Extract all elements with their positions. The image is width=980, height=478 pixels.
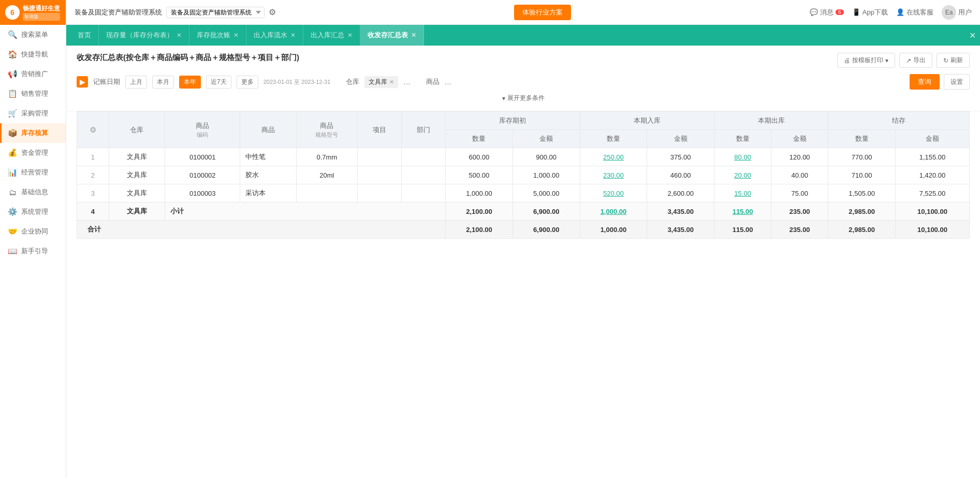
date-last-month-btn[interactable]: 上月 [125, 76, 147, 89]
th-out-qty: 数量 [714, 130, 771, 148]
operations-icon: 📊 [8, 168, 17, 177]
tab-inout-flow-close[interactable]: ✕ [290, 32, 296, 39]
row-out-qty[interactable]: 15.00 [714, 184, 771, 202]
row-in-qty[interactable]: 520.00 [580, 184, 647, 202]
row-in-qty[interactable]: 230.00 [580, 166, 647, 184]
tab-inout-flow-label: 出入库流水 [254, 31, 287, 40]
th-opening-amt: 金额 [513, 130, 580, 148]
sidebar-item-marketing[interactable]: 📢 营销推广 [0, 64, 66, 84]
tab-inout-summary-close[interactable]: ✕ [347, 32, 353, 39]
messages-button[interactable]: 💬 消息 6 [810, 8, 844, 17]
row-closing-qty: 1,505.00 [828, 184, 896, 202]
row-no: 3 [77, 184, 109, 202]
row-closing-qty: 710.00 [828, 166, 896, 184]
row-out-qty[interactable]: 80.00 [714, 148, 771, 166]
sidebar-item-sales[interactable]: 📋 销售管理 [0, 84, 66, 104]
row-project [357, 184, 401, 202]
sidebar-item-label: 系统管理 [21, 207, 48, 216]
date-more-btn[interactable]: 更多 [237, 76, 258, 89]
refresh-button[interactable]: ↻ 刷新 [937, 53, 970, 68]
warehouse-filter-label: 仓库 [346, 77, 359, 86]
sidebar-item-quick-nav[interactable]: 🏠 快捷导航 [0, 45, 66, 64]
gear-icon[interactable]: ⚙ [269, 7, 276, 17]
sidebar-item-guide[interactable]: 📖 新手引导 [0, 241, 66, 261]
online-service-button[interactable]: 👤 在线客服 [896, 8, 933, 17]
column-settings-button[interactable]: 设置 [944, 74, 970, 90]
th-settings[interactable]: ⚙ [77, 112, 109, 148]
print-button[interactable]: 🖨 按模板打印 ▾ [837, 53, 895, 68]
th-warehouse: 仓库 [109, 112, 165, 148]
row-spec [296, 184, 357, 202]
th-in-amt: 金额 [647, 130, 714, 148]
data-table: ⚙ 仓库 商品编码 商品 商品规格型号 项目 部门 库存期初 本期入库 本期出库… [77, 111, 970, 239]
row-code: 0100003 [165, 184, 240, 202]
inventory-icon: 📦 [8, 128, 17, 138]
try-industry-button[interactable]: 体验行业方案 [514, 5, 571, 20]
system-select[interactable]: 装备及固定资产辅助管理系统 [166, 7, 265, 18]
sidebar-item-purchase[interactable]: 🛒 采购管理 [0, 104, 66, 123]
tab-home[interactable]: 首页 [70, 25, 99, 46]
subtotal-in-qty[interactable]: 1,000.00 [580, 202, 647, 221]
subtotal-closing-qty: 2,985.00 [828, 202, 896, 221]
total-in-amt: 3,435.00 [647, 221, 714, 239]
th-out-amt: 金额 [771, 130, 828, 148]
warehouse-more-icon[interactable]: ... [403, 77, 410, 86]
row-opening-amt: 900.00 [513, 148, 580, 166]
sidebar-item-finance[interactable]: 💰 资金管理 [0, 143, 66, 163]
warehouse-tag-close[interactable]: ✕ [389, 79, 394, 85]
close-all-tabs-button[interactable]: ✕ [969, 31, 976, 40]
tabbar: 首页 现存量（库存分布表） ✕ 库存批次账 ✕ 出入库流水 ✕ 出入库汇总 ✕ … [66, 25, 980, 46]
total-closing-qty: 2,985.00 [828, 221, 896, 239]
page-content: 收发存汇总表(按仓库＋商品编码＋商品＋规格型号＋项目＋部门) 🖨 按模板打印 ▾… [66, 46, 980, 478]
tab-stock-dist-close[interactable]: ✕ [177, 32, 182, 39]
expand-conditions-button[interactable]: ▾ 展开更多条件 [77, 90, 970, 107]
th-out-group: 本期出库 [714, 112, 828, 130]
page-title: 收发存汇总表(按仓库＋商品编码＋商品＋规格型号＋项目＋部门) [77, 53, 299, 63]
filter-toggle-button[interactable]: ▶ [77, 76, 88, 88]
refresh-label: 刷新 [950, 56, 963, 65]
table-settings-icon[interactable]: ⚙ [90, 125, 96, 134]
tab-inout-flow[interactable]: 出入库流水 ✕ [246, 25, 303, 46]
user-menu-button[interactable]: Ea 用户 [942, 5, 972, 20]
tab-stock-dist[interactable]: 现存量（库存分布表） ✕ [99, 25, 189, 46]
subtotal-opening-amt: 6,900.00 [513, 202, 580, 221]
topbar-left: 装备及固定资产辅助管理系统 装备及固定资产辅助管理系统 ⚙ [75, 7, 276, 18]
export-icon: ↗ [906, 57, 911, 64]
subtotal-out-qty[interactable]: 115.00 [714, 202, 771, 221]
sidebar-logo: 6 畅捷通好生意 标准版 [0, 0, 66, 25]
export-button[interactable]: ↗ 导出 [899, 53, 932, 68]
row-warehouse: 文具库 [109, 184, 165, 202]
row-closing-amt: 1,420.00 [896, 166, 970, 184]
sidebar-item-basic[interactable]: 🗂 基础信息 [0, 182, 66, 202]
app-download-button[interactable]: 📱 App下载 [852, 8, 888, 17]
sidebar-item-inventory[interactable]: 📦 库存核算 [0, 123, 66, 143]
row-out-amt: 40.00 [771, 166, 828, 184]
row-out-qty[interactable]: 20.00 [714, 166, 771, 184]
avatar: Ea [942, 5, 956, 20]
sidebar-item-system[interactable]: ⚙️ 系统管理 [0, 202, 66, 222]
tab-inout-summary[interactable]: 出入库汇总 ✕ [303, 25, 360, 46]
sidebar-item-operations[interactable]: 📊 经营管理 [0, 163, 66, 182]
row-in-amt: 2,600.00 [647, 184, 714, 202]
row-out-amt: 120.00 [771, 148, 828, 166]
tab-home-label: 首页 [78, 31, 91, 40]
th-project: 项目 [357, 112, 401, 148]
tab-batch-close[interactable]: ✕ [233, 32, 239, 39]
row-opening-qty: 1,000.00 [446, 184, 513, 202]
tab-batch-label: 库存批次账 [197, 31, 230, 40]
row-in-qty[interactable]: 250.00 [580, 148, 647, 166]
tab-recv-send-close[interactable]: ✕ [411, 32, 416, 39]
sidebar-item-collab[interactable]: 🤝 企业协同 [0, 222, 66, 241]
goods-more-icon[interactable]: ... [445, 77, 451, 86]
date-last-7-days-btn[interactable]: 近7天 [206, 76, 231, 89]
purchase-icon: 🛒 [8, 109, 17, 118]
tab-batch[interactable]: 库存批次账 ✕ [189, 25, 246, 46]
sidebar-item-search[interactable]: 🔍 搜索菜单 [0, 25, 66, 45]
query-button[interactable]: 查询 [910, 74, 940, 90]
date-this-month-btn[interactable]: 本月 [152, 76, 174, 89]
total-closing-amt: 10,100.00 [896, 221, 970, 239]
date-this-year-btn[interactable]: 本年 [179, 76, 201, 89]
data-table-container: ⚙ 仓库 商品编码 商品 商品规格型号 项目 部门 库存期初 本期入库 本期出库… [66, 111, 980, 249]
row-warehouse: 文具库 [109, 166, 165, 184]
tab-recv-send[interactable]: 收发存汇总表 ✕ [360, 25, 424, 46]
